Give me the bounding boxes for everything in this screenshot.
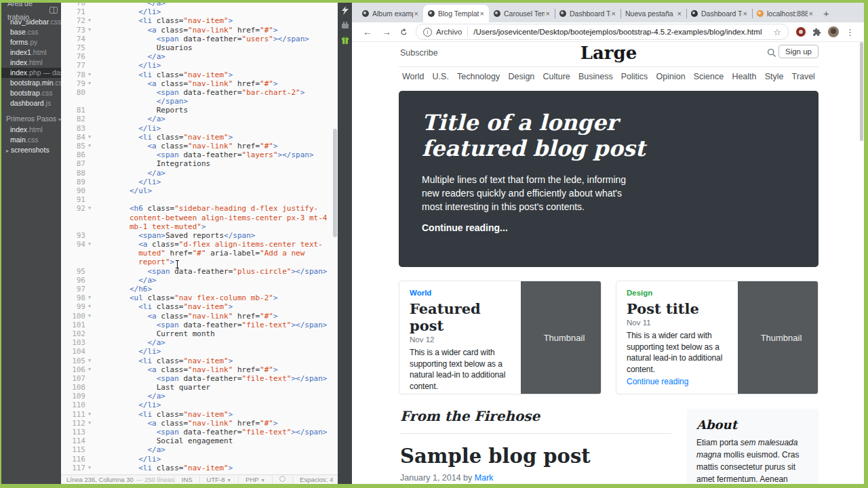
post-card[interactable]: WorldFeatured postNov 12This is a wider … bbox=[399, 281, 601, 394]
code-row[interactable]: 76 </a> bbox=[61, 52, 338, 61]
code-row[interactable]: 79▼ <a class="nav-link" href="#"> bbox=[61, 79, 338, 88]
browser-scrollbar[interactable] bbox=[860, 42, 863, 141]
continue-reading-link[interactable]: Continue reading... bbox=[422, 222, 795, 233]
post-card[interactable]: DesignPost titleNov 11This is a wider ca… bbox=[616, 281, 818, 394]
code-row[interactable]: 88 </a> bbox=[61, 169, 338, 178]
forward-button[interactable]: → bbox=[382, 26, 391, 37]
code-row[interactable]: 78▼ <li class="nav-item"> bbox=[61, 70, 338, 79]
category-link[interactable]: Culture bbox=[542, 72, 570, 81]
workspace-header[interactable]: Área de trabajo bbox=[1, 3, 61, 17]
category-link[interactable]: U.S. bbox=[433, 72, 449, 81]
section-header-primeros-pasos[interactable]: Primeros Pasos ▾ bbox=[1, 113, 61, 125]
file-item[interactable]: base.css bbox=[1, 27, 61, 37]
code-row[interactable]: 108 Last quarter bbox=[61, 383, 338, 392]
fold-arrow-icon[interactable]: ▼ bbox=[85, 79, 94, 88]
insert-mode-indicator[interactable]: INS bbox=[174, 476, 199, 483]
code-row[interactable]: 93 <span>Saved reports</span> bbox=[61, 231, 338, 240]
code-row[interactable]: 87 Integrations bbox=[61, 159, 338, 168]
code-row[interactable]: 101 <span data-feather="file-text"></spa… bbox=[61, 321, 338, 329]
extensions-button[interactable] bbox=[812, 28, 821, 37]
code-row[interactable]: 97 </h6> bbox=[61, 285, 338, 293]
bookmark-star-icon[interactable]: ☆ bbox=[773, 27, 781, 37]
browser-menu-button[interactable]: ⋮ bbox=[846, 27, 854, 37]
code-row[interactable]: 82 </a> bbox=[61, 115, 338, 123]
file-item[interactable]: forms.py bbox=[1, 37, 61, 47]
tab-close-icon[interactable]: × bbox=[414, 9, 418, 18]
code-row[interactable]: mb-1 text-muted"> bbox=[61, 222, 338, 231]
category-link[interactable]: Health bbox=[732, 72, 756, 81]
blog-brand[interactable]: Large bbox=[399, 43, 818, 63]
code-row[interactable]: 113 <span data-feather="file-text"></spa… bbox=[61, 428, 338, 436]
code-area[interactable]: 70 </a>71 </li>72▼ <li class="nav-item">… bbox=[61, 3, 338, 475]
category-link[interactable]: Science bbox=[694, 72, 724, 81]
folder-expand-icon[interactable]: ▸ bbox=[6, 148, 9, 154]
category-link[interactable]: Design bbox=[508, 72, 534, 81]
code-row[interactable]: 73▼ <a class="nav-link" href="#"> bbox=[61, 26, 338, 35]
fold-arrow-icon[interactable]: ▼ bbox=[85, 293, 94, 302]
browser-tab[interactable]: Dashboard Te× bbox=[555, 5, 620, 22]
signup-button[interactable]: Sign up bbox=[778, 45, 818, 58]
tab-close-icon[interactable]: × bbox=[612, 9, 616, 18]
fold-arrow-icon[interactable]: ▼ bbox=[85, 204, 94, 213]
category-link[interactable]: Technology bbox=[457, 72, 500, 81]
code-row[interactable]: 95 <span data-feather="plus-circle"></sp… bbox=[61, 267, 338, 276]
file-item[interactable]: main.css bbox=[1, 135, 61, 145]
code-row[interactable]: 91 bbox=[61, 195, 338, 204]
code-row[interactable]: report"> bbox=[61, 258, 338, 266]
code-row[interactable]: 102 Current month bbox=[61, 329, 338, 338]
fold-arrow-icon[interactable]: ▼ bbox=[85, 16, 94, 25]
encoding-selector[interactable]: UTF-8 ▼ bbox=[199, 476, 239, 483]
category-link[interactable]: Politics bbox=[621, 72, 648, 81]
spaces-setting[interactable]: Espacios: 4 bbox=[292, 476, 340, 483]
code-row[interactable]: 110 </li> bbox=[61, 401, 338, 409]
url-text[interactable]: /Users/josevicente/Desktop/bootejemplos/… bbox=[473, 28, 769, 36]
reload-button[interactable] bbox=[399, 28, 408, 37]
code-row[interactable]: 96 </a> bbox=[61, 276, 338, 285]
code-row[interactable]: 81 Reports bbox=[61, 106, 338, 115]
continue-reading-link[interactable]: Continue reading bbox=[627, 377, 735, 386]
tab-close-icon[interactable]: × bbox=[809, 9, 813, 18]
tab-close-icon[interactable]: × bbox=[677, 9, 682, 18]
post-title[interactable]: Sample blog post bbox=[400, 445, 591, 468]
code-row[interactable]: </span> bbox=[61, 97, 338, 106]
fold-arrow-icon[interactable]: ▼ bbox=[85, 133, 94, 142]
address-bar[interactable]: i Archivo /Users/josevicente/Desktop/boo… bbox=[416, 24, 789, 40]
code-row[interactable]: 100▼ <a class="nav-link" href="#"> bbox=[61, 312, 338, 321]
editor-scrollbar[interactable] bbox=[333, 129, 337, 237]
category-link[interactable]: Style bbox=[765, 72, 784, 81]
code-row[interactable]: 83 </li> bbox=[61, 124, 338, 133]
fold-arrow-icon[interactable]: ▼ bbox=[85, 240, 94, 249]
code-row[interactable]: 71 </li> bbox=[61, 7, 338, 16]
fold-arrow-icon[interactable]: ▼ bbox=[85, 357, 94, 365]
browser-tab[interactable]: Blog Template× bbox=[423, 5, 489, 22]
fold-arrow-icon[interactable]: ▼ bbox=[85, 410, 94, 419]
code-row[interactable]: 111▼ <li class="nav-item"> bbox=[61, 410, 338, 419]
code-row[interactable]: 98▼ <ul class="nav flex-column mb-2"> bbox=[61, 293, 338, 302]
code-row[interactable]: 70 </a> bbox=[61, 3, 338, 7]
code-row[interactable]: 74 <span data-feather="users"></span> bbox=[61, 35, 338, 43]
browser-tab[interactable]: Nueva pestaña× bbox=[620, 5, 686, 22]
lint-status[interactable] bbox=[272, 476, 292, 483]
tab-close-icon[interactable]: × bbox=[480, 9, 484, 18]
fold-arrow-icon[interactable]: ▼ bbox=[85, 464, 94, 472]
code-row[interactable]: 99▼ <li class="nav-item"> bbox=[61, 302, 338, 311]
code-row[interactable]: 107 <span data-feather="file-text"></spa… bbox=[61, 374, 338, 383]
info-icon[interactable]: i bbox=[423, 28, 432, 37]
file-item[interactable]: bootstrap.min.css bbox=[1, 78, 61, 88]
code-row[interactable]: 92▼ <h6 class="sidebar-heading d-flex ju… bbox=[61, 204, 338, 213]
code-row[interactable]: 85▼ <a class="nav-link" href="#"> bbox=[61, 142, 338, 150]
live-preview-button[interactable] bbox=[338, 3, 352, 18]
post-author-link[interactable]: Mark bbox=[475, 473, 494, 483]
fold-arrow-icon[interactable]: ▼ bbox=[85, 142, 94, 150]
code-row[interactable]: 72▼ <li class="nav-item"> bbox=[61, 16, 338, 25]
extension-icon-button[interactable] bbox=[338, 33, 352, 47]
language-selector[interactable]: PHP ▼ bbox=[238, 476, 272, 483]
split-view-icon[interactable] bbox=[50, 7, 58, 14]
category-link[interactable]: Business bbox=[578, 72, 613, 81]
profile-button[interactable] bbox=[828, 26, 839, 37]
category-link[interactable]: Opinion bbox=[656, 72, 686, 81]
file-item[interactable]: nav_sidebar.css bbox=[1, 17, 61, 27]
post-category[interactable]: Design bbox=[627, 289, 735, 297]
post-category[interactable]: World bbox=[410, 289, 518, 297]
code-row[interactable]: 94▼ <a class="d-flex align-items-center … bbox=[61, 240, 338, 249]
